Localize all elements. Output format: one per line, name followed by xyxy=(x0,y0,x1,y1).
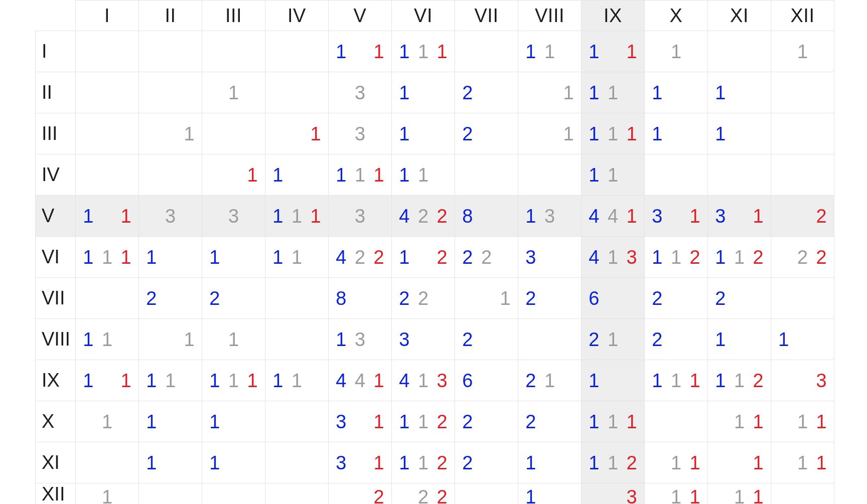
cell-value: 2 xyxy=(521,412,540,431)
cell-value: 1 xyxy=(585,83,604,102)
data-cell: 3 xyxy=(392,319,455,360)
data-cell: 11 xyxy=(392,154,455,196)
cell-value: 1 xyxy=(414,412,433,431)
cell-value: 3 xyxy=(161,207,180,226)
cell-value: 1 xyxy=(142,248,161,267)
data-cell: 111 xyxy=(645,360,708,401)
data-cell: 31 xyxy=(329,442,392,483)
cell-value: 1 xyxy=(604,124,623,143)
cell-value: 1 xyxy=(243,165,262,185)
cell-value: 1 xyxy=(730,371,749,390)
row-header: XI xyxy=(36,442,76,483)
cell-value: 2 xyxy=(622,453,641,472)
data-cell: 22 xyxy=(392,483,455,505)
data-cell xyxy=(76,72,139,113)
data-cell: 2 xyxy=(139,278,202,319)
cell-value: 1 xyxy=(224,371,243,390)
data-cell: 22 xyxy=(771,237,834,278)
data-cell: 111 xyxy=(582,113,645,154)
data-cell: 111 xyxy=(329,154,392,196)
cell-value: 1 xyxy=(395,83,414,102)
data-cell: 8 xyxy=(329,278,392,319)
cell-value: 1 xyxy=(793,412,812,431)
data-cell xyxy=(202,31,265,72)
cell-value: 3 xyxy=(351,124,370,143)
row-header: VII xyxy=(36,278,76,319)
cell-value: 1 xyxy=(793,453,812,472)
table-row: VIII1111133221211 xyxy=(36,319,834,360)
data-cell: 112 xyxy=(582,442,645,483)
data-cell: 1 xyxy=(518,483,582,505)
col-header: IX xyxy=(582,1,645,31)
data-cell: 6 xyxy=(455,360,518,401)
data-cell xyxy=(518,319,582,360)
cell-value: 1 xyxy=(604,330,623,349)
cell-value: 3 xyxy=(622,487,641,504)
cell-value: 2 xyxy=(432,207,452,226)
cell-value: 1 xyxy=(711,248,730,267)
cell-value: 1 xyxy=(369,371,388,390)
data-cell: 11 xyxy=(645,483,708,505)
data-cell: 11 xyxy=(76,360,139,401)
data-cell xyxy=(771,113,834,154)
data-cell: 12 xyxy=(392,237,455,278)
cell-value: 1 xyxy=(749,487,768,504)
data-cell: 3 xyxy=(518,237,582,278)
cell-value: 1 xyxy=(622,207,641,226)
cell-value: 1 xyxy=(585,371,604,390)
cell-value: 1 xyxy=(585,453,604,472)
cell-value: 1 xyxy=(205,248,224,267)
col-header: VIII xyxy=(518,1,582,31)
data-cell: 1 xyxy=(771,319,834,360)
cell-value: 1 xyxy=(812,412,831,431)
cell-value: 1 xyxy=(98,487,117,504)
data-cell xyxy=(265,319,329,360)
data-cell: 2 xyxy=(518,278,582,319)
data-cell: 11 xyxy=(582,31,645,72)
cell-value: 2 xyxy=(351,248,370,267)
data-cell: 2 xyxy=(202,278,265,319)
cell-value: 3 xyxy=(351,207,370,226)
data-cell: 1 xyxy=(202,319,265,360)
data-cell: 1 xyxy=(645,31,708,72)
cell-value: 2 xyxy=(395,289,414,308)
cell-value: 1 xyxy=(414,42,433,61)
cell-value: 4 xyxy=(332,248,351,267)
data-cell: 1 xyxy=(202,154,265,196)
data-cell: 413 xyxy=(582,237,645,278)
table-row: III11312111111 xyxy=(36,113,834,154)
data-cell: 3 xyxy=(329,72,392,113)
cell-value: 1 xyxy=(395,165,414,185)
row-header: VIII xyxy=(36,319,76,360)
data-cell: 1 xyxy=(76,483,139,505)
data-cell xyxy=(708,154,771,196)
data-cell: 441 xyxy=(582,196,645,237)
cell-value: 1 xyxy=(648,248,667,267)
cell-value: 1 xyxy=(604,83,623,102)
cell-value: 1 xyxy=(205,453,224,472)
data-cell xyxy=(76,113,139,154)
data-cell xyxy=(518,154,582,196)
data-cell xyxy=(76,31,139,72)
cell-value: 1 xyxy=(306,124,325,143)
cell-value: 1 xyxy=(116,248,135,267)
table-row: VI11111114221222341311211222 xyxy=(36,237,834,278)
cell-value: 1 xyxy=(116,371,135,390)
data-cell: 13 xyxy=(329,319,392,360)
data-cell: 21 xyxy=(518,360,582,401)
data-cell xyxy=(455,31,518,72)
cell-value: 1 xyxy=(585,42,604,61)
cell-value: 2 xyxy=(369,248,388,267)
data-cell: 112 xyxy=(645,237,708,278)
data-cell: 11 xyxy=(645,442,708,483)
cell-value: 1 xyxy=(395,248,414,267)
data-cell xyxy=(265,72,329,113)
cell-value: 1 xyxy=(351,165,370,185)
cell-value: 1 xyxy=(180,330,199,349)
data-cell: 111 xyxy=(392,31,455,72)
cell-value: 1 xyxy=(205,371,224,390)
cell-value: 2 xyxy=(142,289,161,308)
cell-value: 1 xyxy=(79,207,98,226)
cell-value: 2 xyxy=(749,371,768,390)
cell-value: 1 xyxy=(224,83,243,102)
